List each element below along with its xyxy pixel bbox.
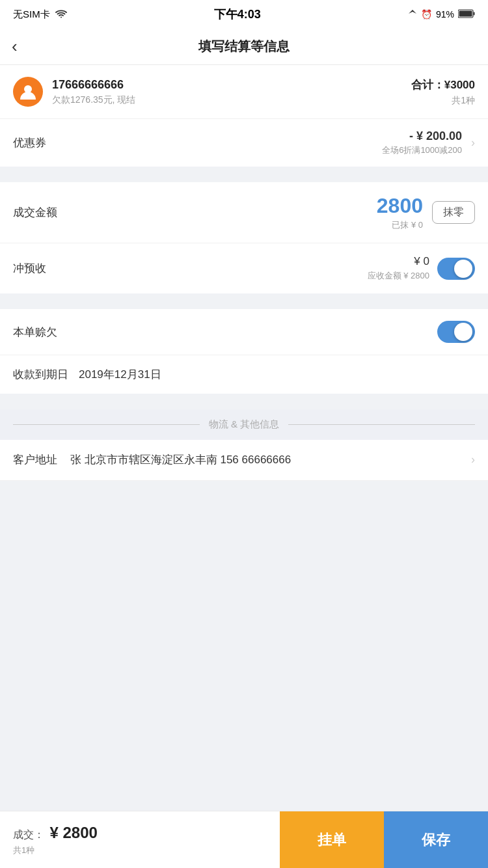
section-divider-3 bbox=[0, 401, 488, 409]
header-line-left bbox=[13, 424, 200, 425]
battery-label: 91% bbox=[436, 9, 454, 20]
pre-receive-right: ¥ 0 应收金额 ¥ 2800 bbox=[368, 255, 475, 282]
page-title: 填写结算等信息 bbox=[198, 38, 290, 55]
avatar bbox=[13, 77, 43, 107]
transaction-label: 成交金额 bbox=[13, 205, 377, 220]
status-right: ⏰ 91% bbox=[408, 9, 475, 20]
back-button[interactable]: ‹ bbox=[12, 36, 18, 57]
bottom-amount: ¥ 2800 bbox=[49, 824, 97, 841]
debt-label: 本单赊欠 bbox=[13, 325, 437, 340]
chevron-right-icon: › bbox=[471, 136, 475, 150]
debt-card: 本单赊欠 收款到期日 2019年12月31日 bbox=[0, 309, 488, 394]
debt-row: 本单赊欠 bbox=[0, 309, 488, 355]
user-sub: 欠款1276.35元, 现结 bbox=[52, 94, 411, 106]
coupon-row[interactable]: 优惠券 - ¥ 200.00 全场6折满1000减200 › bbox=[0, 118, 488, 167]
toggle-knob bbox=[454, 260, 472, 278]
section-divider-1 bbox=[0, 174, 488, 182]
coupon-desc: 全场6折满1000减200 bbox=[382, 144, 462, 156]
coupon-label: 优惠券 bbox=[13, 135, 382, 150]
hang-button[interactable]: 挂单 bbox=[280, 811, 384, 869]
date-label: 收款到期日 bbox=[13, 367, 68, 382]
address-card: 客户地址 张 北京市市辖区海淀区永丰南 156 66666666 › bbox=[0, 440, 488, 481]
address-chevron-icon: › bbox=[471, 453, 475, 467]
bottom-tx-label: 成交： bbox=[13, 829, 44, 840]
gray-area bbox=[0, 489, 488, 606]
logistics-section-header: 物流 & 其他信息 bbox=[0, 409, 488, 440]
pre-receive-row: 冲预收 ¥ 0 应收金额 ¥ 2800 bbox=[0, 243, 488, 293]
battery-icon bbox=[458, 9, 475, 20]
transaction-amount: 2800 bbox=[377, 194, 423, 218]
user-phone: 17666666666 bbox=[52, 78, 411, 92]
address-label: 客户地址 bbox=[13, 452, 57, 467]
bottom-summary: 成交： ¥ 2800 共1种 bbox=[0, 824, 280, 856]
total-sub: 共1种 bbox=[411, 95, 475, 107]
pre-sub: 应收金额 ¥ 2800 bbox=[368, 270, 429, 282]
transaction-sub: 已抹 ¥ 0 bbox=[377, 219, 423, 231]
user-card: 17666666666 欠款1276.35元, 现结 合计：¥3000 共1种 … bbox=[0, 65, 488, 167]
pre-receive-label: 冲预收 bbox=[13, 261, 368, 276]
coupon-right: - ¥ 200.00 全场6折满1000减200 › bbox=[382, 129, 475, 156]
bottom-bar: 成交： ¥ 2800 共1种 挂单 保存 bbox=[0, 811, 488, 868]
status-bar: 无SIM卡 下午4:03 ⏰ 91% bbox=[0, 0, 488, 29]
status-time: 下午4:03 bbox=[214, 7, 261, 22]
location-icon bbox=[408, 9, 417, 20]
user-info: 17666666666 欠款1276.35元, 现结 bbox=[52, 78, 411, 106]
address-row[interactable]: 客户地址 张 北京市市辖区海淀区永丰南 156 66666666 › bbox=[0, 440, 488, 481]
transaction-row: 成交金额 2800 已抹 ¥ 0 抹零 bbox=[0, 182, 488, 243]
content: 17666666666 欠款1276.35元, 现结 合计：¥3000 共1种 … bbox=[0, 65, 488, 664]
logistics-header-text: 物流 & 其他信息 bbox=[209, 418, 279, 431]
bottom-count: 共1种 bbox=[13, 845, 267, 856]
pre-amount: ¥ 0 bbox=[368, 255, 429, 268]
total-amount: 合计：¥3000 bbox=[411, 77, 475, 92]
header-line-right bbox=[288, 424, 475, 425]
status-left: 无SIM卡 bbox=[13, 8, 67, 21]
date-row: 收款到期日 2019年12月31日 bbox=[0, 355, 488, 394]
pre-receive-toggle[interactable] bbox=[437, 258, 475, 280]
debt-toggle[interactable] bbox=[437, 321, 475, 343]
transaction-card: 成交金额 2800 已抹 ¥ 0 抹零 冲预收 ¥ 0 应收金额 ¥ 2800 bbox=[0, 182, 488, 293]
date-value: 2019年12月31日 bbox=[79, 367, 161, 382]
round-button[interactable]: 抹零 bbox=[432, 201, 475, 224]
debt-toggle-knob bbox=[454, 323, 472, 341]
user-row: 17666666666 欠款1276.35元, 现结 合计：¥3000 共1种 bbox=[0, 65, 488, 118]
transaction-right: 2800 已抹 ¥ 0 抹零 bbox=[377, 194, 475, 231]
svg-rect-3 bbox=[459, 10, 472, 16]
address-value: 张 北京市市辖区海淀区永丰南 156 66666666 bbox=[70, 452, 467, 468]
nav-bar: ‹ 填写结算等信息 bbox=[0, 29, 488, 65]
total-info: 合计：¥3000 共1种 bbox=[411, 77, 475, 107]
alarm-icon: ⏰ bbox=[421, 9, 432, 20]
section-divider-2 bbox=[0, 301, 488, 309]
svg-rect-2 bbox=[473, 12, 474, 15]
sim-label: 无SIM卡 bbox=[13, 8, 50, 21]
coupon-discount: - ¥ 200.00 bbox=[382, 129, 462, 143]
svg-point-0 bbox=[61, 16, 62, 18]
save-button[interactable]: 保存 bbox=[384, 811, 488, 869]
wifi-icon bbox=[55, 9, 67, 20]
